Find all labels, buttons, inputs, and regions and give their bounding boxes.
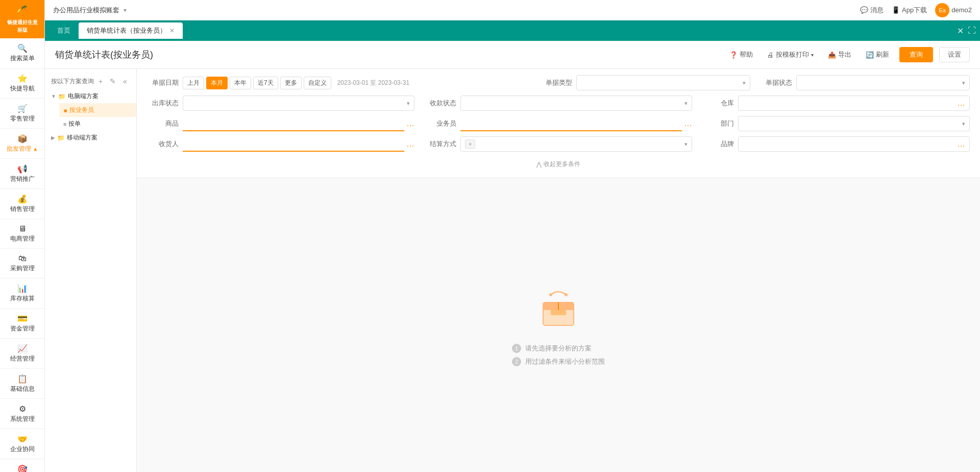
date-label: 单据日期 bbox=[147, 78, 183, 87]
salesman-dots[interactable]: … bbox=[684, 119, 692, 128]
export-button[interactable]: 📤 导出 bbox=[824, 48, 855, 61]
tree-node-desktop[interactable]: ▼ 📁 电脑端方案 bbox=[45, 89, 136, 103]
tab-sales-stat[interactable]: 销货单统计表（按业务员） ✕ bbox=[79, 22, 183, 39]
tab-home[interactable]: 首页 bbox=[49, 22, 79, 39]
sidebar-item-newbie[interactable]: 🎯 新手引导 bbox=[0, 459, 44, 472]
sidebar-item-wholesale[interactable]: 📦 批发管理 ▲ bbox=[0, 129, 44, 159]
right-panel: 单据日期 上月 本月 本年 近7天 更多 自定义 2023-03-01 至 20… bbox=[137, 69, 980, 472]
doc-status-arrow: ▾ bbox=[962, 80, 965, 86]
tab-close-icon[interactable]: ✕ bbox=[169, 27, 175, 34]
tree-node-mobile[interactable]: ▶ 📁 移动端方案 bbox=[45, 131, 136, 145]
payment-tag-close[interactable]: × bbox=[469, 141, 472, 147]
sidebar-item-quick-nav[interactable]: ⭐ 快捷导航 bbox=[0, 68, 44, 99]
tab-close-window-icon[interactable]: ✕ bbox=[957, 26, 964, 36]
doc-status-select[interactable]: ▾ bbox=[796, 75, 970, 90]
message-btn[interactable]: 💬 消息 bbox=[860, 6, 884, 15]
content-body: 按以下方案查询 + ✎ « ▼ 📁 电脑端方案 ● bbox=[45, 69, 980, 472]
sidebar-item-retail[interactable]: 🛒 零售管理 bbox=[0, 99, 44, 129]
out-status-select[interactable]: ▾ bbox=[183, 96, 414, 111]
sidebar-item-marketing[interactable]: 📢 营销推广 bbox=[0, 159, 44, 189]
sidebar-item-finance[interactable]: 💳 资金管理 bbox=[0, 309, 44, 339]
receipt-status-arrow: ▾ bbox=[684, 100, 688, 107]
edit-scheme-btn[interactable]: ✎ bbox=[108, 76, 118, 86]
sidebar-label-enterprise: 企业协同 bbox=[10, 445, 35, 453]
warehouse-select[interactable]: … bbox=[738, 96, 970, 111]
sidebar-item-basic[interactable]: 📋 基础信息 bbox=[0, 369, 44, 399]
dept-select[interactable]: ▾ bbox=[738, 116, 970, 131]
collapse-panel-btn[interactable]: « bbox=[120, 76, 130, 86]
more-date-btn[interactable]: 更多 bbox=[280, 77, 302, 89]
quick-nav-icon: ⭐ bbox=[2, 74, 42, 83]
out-status-arrow: ▾ bbox=[407, 100, 410, 107]
this-year-btn[interactable]: 本年 bbox=[230, 77, 251, 89]
this-month-btn[interactable]: 本月 bbox=[206, 77, 228, 89]
last-7days-btn[interactable]: 近7天 bbox=[253, 77, 278, 89]
app-download-btn[interactable]: 📱 App下载 bbox=[892, 6, 927, 15]
app-logo[interactable]: 🍊 畅捷通好生意标版 bbox=[0, 0, 45, 38]
payment-select[interactable]: × ▾ bbox=[460, 136, 692, 152]
tip-number-2: 2 bbox=[512, 357, 521, 366]
goods-input[interactable] bbox=[183, 116, 404, 131]
user-profile[interactable]: Ea demo2 bbox=[935, 3, 972, 17]
brand-select[interactable]: … bbox=[738, 136, 970, 152]
doc-type-select[interactable]: ▾ bbox=[576, 75, 750, 90]
doc-status-control: ▾ bbox=[796, 75, 970, 90]
sidebar: 🍊 畅捷通好生意标版 🔍 搜索菜单 ⭐ 快捷导航 🛒 零售管理 📦 批发管理 ▲… bbox=[0, 0, 45, 472]
tip-number-1: 1 bbox=[512, 344, 521, 353]
operation-icon: 📈 bbox=[2, 344, 42, 353]
sidebar-item-system[interactable]: ⚙ 系统管理 bbox=[0, 399, 44, 429]
empty-tip-2: 2 用过滤条件来缩小分析范围 bbox=[512, 357, 605, 366]
sidebar-item-inventory[interactable]: 📊 库存核算 bbox=[0, 278, 44, 309]
last-month-btn[interactable]: 上月 bbox=[183, 77, 204, 89]
retail-icon: 🛒 bbox=[2, 104, 42, 113]
salesman-input[interactable] bbox=[460, 116, 682, 131]
dept-arrow: ▾ bbox=[962, 121, 965, 127]
custom-date-btn[interactable]: 自定义 bbox=[304, 77, 331, 89]
sidebar-item-search[interactable]: 🔍 搜索菜单 bbox=[0, 38, 44, 68]
salesman-label: 业务员 bbox=[425, 119, 460, 128]
settings-button[interactable]: 设置 bbox=[939, 47, 970, 62]
empty-state: 1 请先选择要分析的方案 2 用过滤条件来缩小分析范围 bbox=[512, 285, 605, 366]
goods-control: … bbox=[183, 116, 414, 131]
sidebar-item-sales[interactable]: 💰 销售管理 bbox=[0, 189, 44, 219]
tree-label-mobile: 移动端方案 bbox=[67, 133, 97, 142]
nav-dropdown-arrow[interactable]: ▾ bbox=[124, 7, 127, 14]
receipt-status-select[interactable]: ▾ bbox=[460, 96, 692, 111]
filter-row-4: 收货人 … 结算方式 × ▾ bbox=[147, 136, 970, 152]
salesman-icon: ● bbox=[63, 106, 67, 114]
help-button[interactable]: ❓ 帮助 bbox=[725, 48, 757, 61]
add-scheme-btn[interactable]: + bbox=[95, 76, 106, 86]
print-icon: 🖨 bbox=[767, 51, 774, 59]
warehouse-dots[interactable]: … bbox=[957, 99, 965, 108]
purchase-icon: 🛍 bbox=[2, 254, 42, 263]
sales-icon: 💰 bbox=[2, 194, 42, 204]
collapse-more-btn[interactable]: ⋀ 收起更多条件 bbox=[147, 157, 970, 172]
export-icon: 📤 bbox=[828, 51, 836, 59]
sidebar-label-ecommerce: 电商管理 bbox=[10, 235, 35, 242]
empty-state-icon bbox=[533, 285, 584, 336]
page-content: 销货单统计表(按业务员) ❓ 帮助 🖨 按模板打印 ▾ 📤 导出 🔄 刷新 bbox=[45, 41, 980, 472]
main-area: 办公用品行业模拟账套 ▾ 💬 消息 📱 App下载 Ea demo2 首页 bbox=[45, 0, 980, 472]
sidebar-label-finance: 资金管理 bbox=[10, 325, 35, 332]
consignee-dots[interactable]: … bbox=[406, 139, 414, 149]
sidebar-item-ecommerce[interactable]: 🖥 电商管理 bbox=[0, 219, 44, 249]
doc-type-label: 单据类型 bbox=[541, 78, 576, 87]
sidebar-item-purchase[interactable]: 🛍 采购管理 bbox=[0, 249, 44, 278]
brand-dots[interactable]: … bbox=[957, 139, 965, 149]
consignee-input[interactable] bbox=[183, 136, 404, 152]
goods-dots[interactable]: … bbox=[406, 119, 414, 128]
tab-fullscreen-icon[interactable]: ⛶ bbox=[968, 26, 976, 35]
tree-node-order[interactable]: ≡ 按单 bbox=[59, 117, 136, 131]
sidebar-label-search: 搜索菜单 bbox=[10, 55, 35, 62]
message-label: 消息 bbox=[870, 6, 884, 15]
system-icon: ⚙ bbox=[2, 404, 42, 414]
sidebar-item-operation[interactable]: 📈 经营管理 bbox=[0, 339, 44, 369]
sidebar-item-enterprise[interactable]: 🤝 企业协同 bbox=[0, 429, 44, 459]
refresh-button[interactable]: 🔄 刷新 bbox=[862, 48, 893, 61]
query-button[interactable]: 查询 bbox=[899, 47, 933, 62]
search-icon: 🔍 bbox=[2, 43, 42, 53]
tree-node-salesman[interactable]: ● 按业务员 bbox=[59, 103, 136, 117]
out-status-label: 出库状态 bbox=[147, 99, 183, 108]
left-panel-title: 按以下方案查询 bbox=[51, 77, 94, 86]
print-button[interactable]: 🖨 按模板打印 ▾ bbox=[763, 48, 818, 61]
